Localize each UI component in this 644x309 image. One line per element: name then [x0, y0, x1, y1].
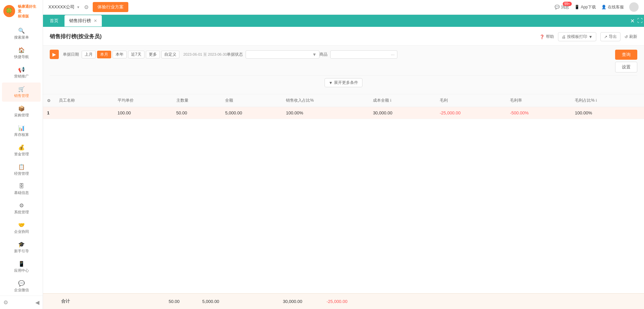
settings-bottom-icon[interactable]: ⚙ — [3, 299, 8, 306]
sidebar-nav: 🔍 搜索菜单 🏠 快捷导航 📢 营销推广 🛒 销售管理 📦 采购管理 📊 库存核… — [0, 22, 43, 296]
status-select[interactable]: ▼ — [246, 50, 319, 59]
date-btn-more[interactable]: 更多 — [146, 51, 160, 58]
guide-icon: 🎓 — [18, 241, 25, 248]
logo-icon: 🍀 — [3, 5, 15, 17]
main-area: XXXXXX公司 ▼ ⚙ 体验行业方案 💬 消息 99+ 📱 App下载 👤 在… — [43, 0, 644, 309]
sidebar-item-quick[interactable]: 🏠 快捷导航 — [2, 44, 41, 63]
print-label: 按模板打印 — [567, 34, 587, 40]
logo-text: 畅康通好生意 标准版 — [18, 4, 39, 18]
online-service-button[interactable]: 👤 在线客服 — [601, 4, 624, 10]
data-table: ⚙ 员工名称 平均单价 主数量 全额 销售收入占比% 成本全额 ℹ 毛利 — [43, 94, 644, 119]
filter-toggle-btn[interactable]: ▶ — [50, 50, 59, 59]
footer-cost: 30,000.00 — [279, 297, 323, 306]
sidebar-item-sales[interactable]: 🛒 销售管理 — [2, 83, 41, 102]
purchase-icon: 📦 — [18, 105, 25, 112]
sidebar-label-collab: 企业协同 — [14, 229, 29, 234]
service-icon: 👤 — [601, 5, 606, 9]
goods-select[interactable]: ··· — [330, 50, 397, 59]
maximize-icon[interactable]: ⛶ — [637, 18, 643, 24]
footer-qty: 50.00 — [165, 297, 198, 306]
filter-actions: 查询 设置 — [615, 50, 637, 72]
table-col-name: 员工名称 — [55, 94, 114, 107]
table-footer: 合计 50.00 5,000.00 30,000.00 -25,000.00 — [43, 293, 644, 309]
sidebar-logo: 🍀 畅康通好生意 标准版 — [0, 0, 43, 22]
page-header: 销售排行榜(按业务员) ❓ 帮助 🖨 按模板打印 ▼ ↗ 导出 ↺ 刷新 — [43, 27, 644, 46]
marketing-icon: 📢 — [18, 66, 25, 73]
sidebar-item-collab[interactable]: 🤝 企业协同 — [2, 218, 41, 238]
message-button[interactable]: 💬 消息 99+ — [555, 4, 569, 10]
expand-conditions-button[interactable]: ▼ 展开更多条件 — [325, 78, 363, 87]
gross-pct-info-icon[interactable]: ℹ — [596, 98, 597, 103]
app-icon: 📱 — [574, 5, 579, 9]
sidebar-label-apps: 应用中心 — [14, 268, 29, 273]
date-btn-this-year[interactable]: 本年 — [113, 51, 127, 58]
sidebar: 🍀 畅康通好生意 标准版 🔍 搜索菜单 🏠 快捷导航 📢 营销推广 🛒 销售管理… — [0, 0, 43, 309]
print-icon: 🖨 — [562, 35, 566, 39]
help-icon: ❓ — [540, 35, 545, 39]
row-gross-pct: 100.00% — [571, 107, 644, 119]
sidebar-item-inventory[interactable]: 📊 库存核算 — [2, 121, 41, 141]
refresh-label: 刷新 — [629, 34, 637, 40]
search-icon: 🔍 — [18, 28, 25, 34]
date-btn-custom[interactable]: 自定义 — [161, 51, 179, 58]
row-avg-price: 100.00 — [114, 107, 172, 119]
collab-icon: 🤝 — [18, 222, 25, 228]
sidebar-label-guide: 新手引导 — [14, 249, 29, 254]
query-button[interactable]: 查询 — [615, 50, 637, 60]
table-col-settings[interactable]: ⚙ — [43, 94, 55, 107]
sidebar-item-guide[interactable]: 🎓 新手引导 — [2, 238, 41, 257]
company-dropdown-icon: ▼ — [77, 5, 80, 9]
row-gross: -25,000.00 — [436, 107, 506, 119]
company-selector[interactable]: XXXXXX公司 ▼ — [48, 4, 80, 10]
footer-empty-avg — [124, 299, 165, 303]
date-btn-last-month[interactable]: 上月 — [82, 51, 96, 58]
active-tab-label: 销售排行榜 — [69, 18, 91, 24]
row-gross-rate: -500.00% — [506, 107, 571, 119]
sidebar-item-wechat[interactable]: 💬 企业微信 — [2, 277, 41, 296]
help-button[interactable]: ❓ 帮助 — [540, 34, 554, 40]
sidebar-item-finance[interactable]: 💰 资金管理 — [2, 141, 41, 160]
trial-button[interactable]: 体验行业方案 — [93, 2, 128, 12]
sidebar-item-apps[interactable]: 📱 应用中心 — [2, 257, 41, 276]
sidebar-item-operation[interactable]: 📋 经营管理 — [2, 160, 41, 179]
set-button[interactable]: 设置 — [615, 62, 637, 72]
close-window-icon[interactable]: ✕ — [630, 18, 635, 24]
refresh-button[interactable]: ↺ 刷新 — [625, 34, 637, 40]
page-title: 销售排行榜(按业务员) — [50, 33, 102, 40]
tab-home[interactable]: 首页 — [44, 15, 64, 27]
sidebar-item-search[interactable]: 🔍 搜索菜单 — [2, 24, 41, 43]
user-avatar[interactable] — [629, 2, 639, 12]
gear-button[interactable]: ⚙ — [84, 4, 89, 10]
export-button[interactable]: ↗ 导出 — [600, 32, 620, 41]
sidebar-item-purchase[interactable]: 📦 采购管理 — [2, 102, 41, 121]
date-btn-this-month[interactable]: 本月 — [97, 51, 111, 58]
cost-info-icon[interactable]: ℹ — [390, 98, 391, 103]
sidebar-item-marketing[interactable]: 📢 营销推广 — [2, 63, 41, 82]
date-btn-7days[interactable]: 近7天 — [128, 51, 144, 58]
table-col-revenue-pct: 销售收入占比% — [282, 94, 369, 107]
refresh-icon: ↺ — [625, 35, 628, 39]
sidebar-item-basic[interactable]: 🗄 基础信息 — [2, 180, 41, 199]
sidebar-label-system: 系统管理 — [14, 210, 29, 215]
service-label: 在线客服 — [608, 4, 624, 10]
sidebar-item-system[interactable]: ⚙ 系统管理 — [2, 199, 41, 218]
date-range-display: 2023-06-01 至 2023-06-30 — [183, 52, 227, 57]
sidebar-label-finance: 资金管理 — [14, 152, 29, 157]
footer-label: 合计 — [57, 296, 124, 306]
collapse-icon[interactable]: ◀ — [35, 299, 39, 306]
sidebar-label-quick: 快捷导航 — [14, 54, 29, 59]
help-label: 帮助 — [546, 34, 554, 40]
tab-close-icon[interactable]: ✕ — [94, 18, 97, 23]
app-download-button[interactable]: 📱 App下载 — [574, 4, 596, 10]
date-filter-label: 单据日期 — [63, 52, 79, 57]
sidebar-label-wechat: 企业微信 — [14, 288, 29, 293]
tab-sales-ranking[interactable]: 销售排行榜 ✕ — [65, 15, 102, 27]
date-filter-group: 单据日期 上月 本月 本年 近7天 更多 自定义 2023-06-01 至 20… — [63, 51, 227, 58]
status-filter-group: 单据状态 ▼ — [227, 50, 319, 59]
sidebar-label-search: 搜索菜单 — [14, 35, 29, 40]
inventory-icon: 📊 — [18, 125, 25, 131]
print-button[interactable]: 🖨 按模板打印 ▼ — [558, 32, 596, 41]
header-right: 💬 消息 99+ 📱 App下载 👤 在线客服 — [555, 2, 639, 12]
top-header: XXXXXX公司 ▼ ⚙ 体验行业方案 💬 消息 99+ 📱 App下载 👤 在… — [43, 0, 644, 15]
home-icon: 🏠 — [18, 47, 25, 53]
